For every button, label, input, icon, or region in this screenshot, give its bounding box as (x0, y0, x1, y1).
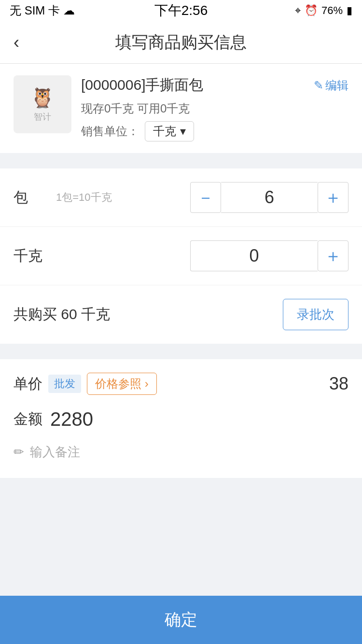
price-label: 单价 (14, 374, 42, 394)
remark-icon: ✏ (14, 445, 24, 460)
edit-label: 编辑 (325, 78, 348, 93)
price-value: 38 (329, 374, 348, 394)
remark-placeholder: 输入备注 (30, 444, 80, 461)
status-bar: 无 SIM 卡 ☁ 下午2:56 ⌖ ⏰ 76% ▮ (0, 0, 362, 21)
input-section: 包 1包=10千克 － ＋ 千克 ＋ (0, 168, 362, 285)
kg-plus-button[interactable]: ＋ (318, 240, 348, 271)
location-icon: ⌖ (295, 4, 301, 17)
price-section: 单价 批发 价格参照 › 38 金额 2280 ✏ 输入备注 (0, 359, 362, 478)
remark-row[interactable]: ✏ 输入备注 (14, 440, 348, 464)
nav-bar: ‹ 填写商品购买信息 (0, 21, 362, 64)
bag-label: 包 (14, 188, 52, 208)
bag-plus-button[interactable]: ＋ (318, 182, 348, 213)
amount-value: 2280 (50, 408, 93, 430)
product-stock: 现存0千克 可用0千克 (81, 101, 348, 116)
product-brand: 智计 (34, 111, 51, 123)
bag-number-control: － ＋ (190, 182, 348, 213)
product-logo: 🦉 (30, 86, 55, 109)
product-card: 🦉 智计 [0000006]手撕面包 ✎ 编辑 现存0千克 可用0千克 销售单位… (0, 64, 362, 153)
total-row: 共购买 60 千克 录批次 (0, 285, 362, 344)
alarm-icon: ⏰ (305, 4, 318, 17)
unit-label: 销售单位： (81, 124, 139, 139)
amount-row: 金额 2280 (14, 408, 348, 430)
kg-label: 千克 (14, 246, 52, 266)
kg-row: 千克 ＋ (0, 227, 362, 285)
bag-row: 包 1包=10千克 － ＋ (0, 168, 362, 227)
battery-text: 76% (321, 4, 343, 17)
product-unit-row: 销售单位： 千克 ▾ (81, 121, 348, 141)
amount-label: 金额 (14, 409, 42, 429)
status-time: 下午2:56 (154, 1, 208, 20)
status-left: 无 SIM 卡 ☁ (10, 3, 75, 18)
bag-input[interactable] (221, 182, 318, 213)
separator-2 (0, 351, 362, 359)
dropdown-arrow-icon: ▾ (180, 125, 186, 138)
price-ref-button[interactable]: 价格参照 › (87, 373, 157, 395)
batch-button[interactable]: 录批次 (283, 299, 348, 330)
price-row: 单价 批发 价格参照 › 38 (14, 373, 348, 395)
back-button[interactable]: ‹ (14, 32, 19, 53)
status-right: ⌖ ⏰ 76% ▮ (295, 4, 352, 17)
page-title: 填写商品购买信息 (115, 31, 247, 54)
battery-icon: ▮ (347, 4, 352, 17)
unit-value: 千克 (153, 124, 176, 139)
edit-button[interactable]: ✎ 编辑 (314, 78, 348, 93)
kg-input[interactable] (190, 240, 318, 271)
total-text: 共购买 60 千克 (14, 305, 110, 324)
bag-hint: 1包=10千克 (56, 190, 190, 205)
sim-text: 无 SIM 卡 ☁ (10, 3, 75, 18)
edit-icon: ✎ (314, 79, 323, 92)
separator-1 (0, 161, 362, 168)
confirm-button[interactable]: 确定 (0, 596, 362, 644)
product-info: [0000006]手撕面包 ✎ 编辑 现存0千克 可用0千克 销售单位： 千克 … (81, 75, 348, 141)
price-type-tag: 批发 (48, 375, 81, 393)
price-left: 单价 批发 价格参照 › (14, 373, 157, 395)
product-name: [0000006]手撕面包 (81, 75, 203, 95)
kg-number-control: ＋ (190, 240, 348, 271)
product-image: 🦉 智计 (14, 75, 71, 133)
bag-minus-button[interactable]: － (190, 182, 221, 213)
unit-dropdown[interactable]: 千克 ▾ (145, 121, 194, 141)
